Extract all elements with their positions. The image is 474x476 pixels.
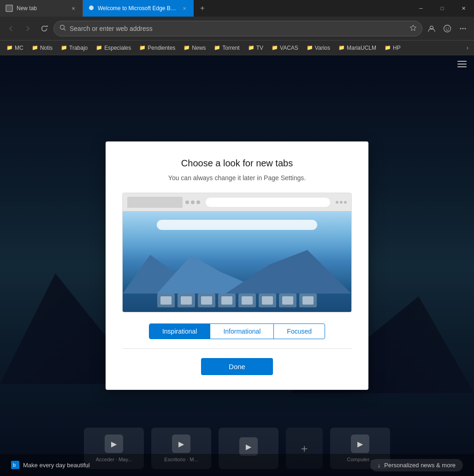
bookmark-tv[interactable]: 📁 TV [244, 43, 267, 53]
bookmark-folder-icon: 📁 [139, 45, 146, 51]
svg-point-8 [448, 28, 449, 29]
preview-dots [336, 201, 347, 204]
bookmarks-bar: 📁 MC 📁 Notis 📁 Trabajo 📁 Especiales 📁 Pe… [0, 41, 474, 55]
bookmark-torrent[interactable]: 📁 Torrent [210, 43, 243, 53]
svg-marker-4 [410, 25, 416, 30]
preview-thumbnails [157, 294, 317, 307]
preview-nav-forward [191, 200, 195, 204]
bookmark-folder-icon: 📁 [96, 45, 102, 51]
add-tab-button[interactable]: + [196, 1, 209, 15]
preview-nav-controls [185, 200, 200, 204]
bookmark-news[interactable]: 📁 News [180, 43, 209, 53]
preview-content [123, 212, 351, 312]
tab-newtab[interactable]: New tab ✕ [0, 0, 83, 17]
nav-bar: Search or enter web address [0, 17, 474, 41]
bookmark-notis[interactable]: 📁 Notis [28, 43, 56, 53]
tab-inspirational[interactable]: Inspirational [149, 324, 211, 339]
tab-edge-close[interactable]: ✕ [181, 5, 188, 12]
address-bar[interactable]: Search or enter web address [53, 21, 422, 36]
favorite-icon[interactable] [410, 24, 416, 32]
bookmark-folder-icon: 📁 [272, 45, 278, 51]
dialog-divider [122, 348, 352, 349]
preview-search-bar [157, 220, 317, 230]
preview-thumb-7 [279, 294, 296, 307]
window-controls: ─ □ ✕ [410, 0, 474, 17]
bookmark-tv-label: TV [256, 45, 263, 51]
bookmark-mariauclm[interactable]: 📁 MariaUCLM [335, 43, 380, 53]
svg-point-9 [460, 28, 462, 29]
bookmark-especiales-label: Especiales [104, 45, 131, 51]
bookmark-mc-label: MC [15, 45, 24, 51]
address-text: Search or enter web address [70, 25, 406, 32]
bookmark-news-label: News [192, 45, 206, 51]
bookmark-hp-label: HP [393, 45, 401, 51]
close-button[interactable]: ✕ [453, 0, 474, 17]
svg-line-3 [64, 29, 66, 31]
preview-thumb-4 [218, 294, 236, 307]
bookmark-folder-icon: 📁 [338, 45, 345, 51]
emoji-button[interactable] [440, 21, 455, 36]
bookmark-especiales[interactable]: 📁 Especiales [92, 43, 135, 53]
preview-nav-back [185, 200, 189, 204]
tab-edge-title: Welcome to Microsoft Edge Bet… [98, 5, 177, 12]
tab-edge-favicon [89, 4, 94, 12]
bookmark-vacas[interactable]: 📁 VACAS [268, 43, 302, 53]
search-icon [59, 24, 66, 32]
bookmark-torrent-label: Torrent [222, 45, 239, 51]
bookmark-pendientes-label: Pendientes [148, 45, 175, 51]
svg-point-10 [462, 28, 464, 29]
svg-point-1 [89, 6, 94, 10]
tab-newtab-favicon [6, 5, 13, 12]
tab-newtab-title: New tab [17, 5, 66, 12]
preview-address-bar [206, 198, 330, 207]
preview-thumb-2 [178, 294, 195, 307]
bookmark-vacas-label: VACAS [280, 45, 298, 51]
preview-tab-strip [127, 197, 183, 208]
bookmark-notis-label: Notis [40, 45, 53, 51]
bookmark-hp[interactable]: 📁 HP [381, 43, 404, 53]
profile-button[interactable] [424, 21, 439, 36]
nav-right-icons [424, 21, 470, 36]
bookmark-folder-icon: 📁 [248, 45, 255, 51]
preview-browser-chrome [123, 193, 351, 212]
preview-mountains [123, 229, 351, 294]
bookmark-mc[interactable]: 📁 MC [3, 43, 27, 53]
preview-nav-refresh [196, 200, 200, 204]
bookmark-varios[interactable]: 📁 Varios [303, 43, 334, 53]
done-button[interactable]: Done [201, 358, 273, 375]
bookmarks-more-button[interactable]: › [464, 43, 471, 53]
dialog-subtitle: You can always change it later in Page S… [122, 174, 352, 182]
svg-point-6 [444, 25, 451, 32]
bookmark-folder-icon: 📁 [6, 45, 13, 51]
dialog-title: Choose a look for new tabs [122, 158, 352, 169]
svg-point-2 [60, 25, 65, 29]
forward-button[interactable] [20, 21, 35, 36]
svg-point-11 [465, 28, 466, 29]
preview-dot-1 [336, 201, 338, 204]
tab-edge-welcome[interactable]: Welcome to Microsoft Edge Bet… ✕ [83, 0, 194, 17]
dialog: Choose a look for new tabs You can alway… [106, 141, 368, 390]
bookmark-mariauclm-label: MariaUCLM [347, 45, 376, 51]
bookmark-trabajo[interactable]: 📁 Trabajo [57, 43, 91, 53]
modal-overlay: Choose a look for new tabs You can alway… [0, 55, 474, 476]
preview-mountain-3 [225, 235, 351, 294]
preview-thumb-5 [238, 294, 256, 307]
minimize-button[interactable]: ─ [410, 0, 432, 17]
more-button[interactable] [456, 21, 470, 36]
bookmark-folder-icon: 📁 [307, 45, 313, 51]
refresh-button[interactable] [37, 21, 52, 36]
preview-thumb-8 [299, 294, 317, 307]
back-button[interactable] [4, 21, 18, 36]
bookmark-trabajo-label: Trabajo [69, 45, 88, 51]
tab-newtab-close[interactable]: ✕ [70, 5, 77, 12]
tab-focused[interactable]: Focused [274, 324, 325, 339]
preview-thumb-1 [157, 294, 175, 307]
bookmark-pendientes[interactable]: 📁 Pendientes [136, 43, 179, 53]
tab-informational[interactable]: Informational [210, 324, 274, 339]
bookmark-folder-icon: 📁 [32, 45, 38, 51]
main-content: ▶ Acceder · May... ▶ Escritorio · M... ▶… [0, 55, 474, 476]
bookmark-folder-icon: 📁 [184, 45, 190, 51]
preview-dot-3 [344, 201, 347, 204]
restore-button[interactable]: □ [432, 0, 453, 17]
bookmark-folder-icon: 📁 [385, 45, 391, 51]
